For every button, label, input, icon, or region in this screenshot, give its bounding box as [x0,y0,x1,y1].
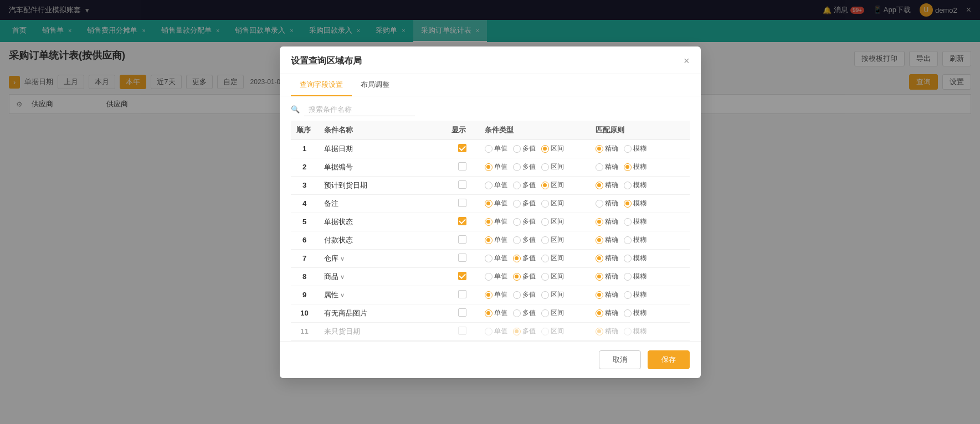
radio-single-input[interactable] [485,309,492,317]
radio-range-input[interactable] [541,163,549,171]
radio-fuzzy[interactable]: 模糊 [624,199,647,208]
radio-multi-input[interactable] [513,182,521,189]
radio-fuzzy-input[interactable] [624,328,632,335]
radio-fuzzy[interactable]: 模糊 [624,327,647,336]
radio-range[interactable]: 区间 [541,254,564,263]
radio-multi-input[interactable] [513,291,521,299]
radio-range-input[interactable] [541,291,549,299]
radio-exact-input[interactable] [596,273,603,281]
display-checkbox[interactable] [458,180,466,189]
radio-fuzzy[interactable]: 模糊 [624,290,647,299]
radio-exact-input[interactable] [596,255,603,262]
radio-exact-input[interactable] [596,218,603,226]
radio-multi[interactable]: 多值 [513,308,536,318]
radio-single-input[interactable] [485,255,492,262]
search-input[interactable] [304,103,415,116]
radio-range-input[interactable] [541,309,549,317]
radio-multi[interactable]: 多值 [513,199,536,208]
radio-fuzzy-input[interactable] [624,291,632,299]
radio-exact[interactable]: 精确 [596,180,618,190]
radio-multi[interactable]: 多值 [513,235,536,245]
radio-multi[interactable]: 多值 [513,290,536,299]
radio-exact-input[interactable] [596,200,603,208]
radio-exact-input[interactable] [596,309,603,317]
radio-single-input[interactable] [485,218,492,226]
radio-fuzzy[interactable]: 模糊 [624,162,647,172]
radio-range[interactable]: 区间 [541,308,564,318]
radio-multi-input[interactable] [513,309,521,317]
radio-exact[interactable]: 精确 [596,254,618,263]
radio-fuzzy-input[interactable] [624,309,632,317]
radio-multi[interactable]: 多值 [513,254,536,263]
radio-single[interactable]: 单值 [485,162,507,172]
radio-exact[interactable]: 精确 [596,290,618,299]
radio-multi-input[interactable] [513,145,521,153]
radio-range-input[interactable] [541,182,549,189]
radio-single[interactable]: 单值 [485,254,507,263]
radio-multi-input[interactable] [513,218,521,226]
radio-single[interactable]: 单值 [485,144,507,153]
display-checkbox[interactable] [458,144,466,152]
radio-single[interactable]: 单值 [485,327,507,336]
radio-fuzzy-input[interactable] [624,218,632,226]
row-display[interactable] [446,231,479,249]
radio-range[interactable]: 区间 [541,235,564,245]
radio-multi[interactable]: 多值 [513,144,536,153]
radio-range-input[interactable] [541,236,549,244]
display-checkbox[interactable] [458,272,466,280]
display-checkbox[interactable] [458,199,466,207]
radio-range-input[interactable] [541,200,549,208]
display-checkbox[interactable] [458,327,466,335]
row-display[interactable] [446,176,479,194]
radio-single-input[interactable] [485,291,492,299]
radio-single[interactable]: 单值 [485,272,507,281]
radio-multi-input[interactable] [513,200,521,208]
row-display[interactable] [446,267,479,286]
row-display[interactable] [446,249,479,267]
radio-fuzzy-input[interactable] [624,273,632,281]
radio-single-input[interactable] [485,328,492,335]
radio-exact[interactable]: 精确 [596,308,618,318]
row-display[interactable] [446,304,479,322]
radio-multi[interactable]: 多值 [513,217,536,226]
radio-single-input[interactable] [485,163,492,171]
display-checkbox[interactable] [458,235,466,244]
radio-fuzzy-input[interactable] [624,163,632,171]
row-display[interactable] [446,286,479,304]
radio-exact[interactable]: 精确 [596,162,618,172]
row-display[interactable] [446,213,479,231]
radio-range[interactable]: 区间 [541,162,564,172]
radio-single[interactable]: 单值 [485,180,507,190]
radio-multi[interactable]: 多值 [513,162,536,172]
radio-fuzzy[interactable]: 模糊 [624,272,647,281]
radio-range[interactable]: 区间 [541,217,564,226]
radio-exact[interactable]: 精确 [596,235,618,245]
radio-multi-input[interactable] [513,163,521,171]
radio-fuzzy-input[interactable] [624,236,632,244]
radio-exact[interactable]: 精确 [596,327,618,336]
radio-fuzzy-input[interactable] [624,145,632,153]
radio-single-input[interactable] [485,273,492,281]
radio-single[interactable]: 单值 [485,217,507,226]
radio-exact-input[interactable] [596,163,603,171]
display-checkbox[interactable] [458,308,466,317]
tab-query-fields[interactable]: 查询字段设置 [291,74,352,96]
radio-fuzzy-input[interactable] [624,255,632,262]
radio-multi-input[interactable] [513,255,521,262]
radio-single[interactable]: 单值 [485,290,507,299]
radio-range[interactable]: 区间 [541,327,564,336]
radio-multi-input[interactable] [513,273,521,281]
radio-multi-input[interactable] [513,236,521,244]
display-checkbox[interactable] [458,162,466,170]
radio-fuzzy[interactable]: 模糊 [624,144,647,153]
radio-fuzzy[interactable]: 模糊 [624,217,647,226]
radio-fuzzy[interactable]: 模糊 [624,180,647,190]
radio-exact[interactable]: 精确 [596,272,618,281]
radio-fuzzy-input[interactable] [624,200,632,208]
radio-fuzzy[interactable]: 模糊 [624,254,647,263]
row-display[interactable] [446,322,479,340]
radio-single[interactable]: 单值 [485,199,507,208]
radio-range-input[interactable] [541,145,549,153]
radio-fuzzy[interactable]: 模糊 [624,308,647,318]
radio-exact-input[interactable] [596,236,603,244]
